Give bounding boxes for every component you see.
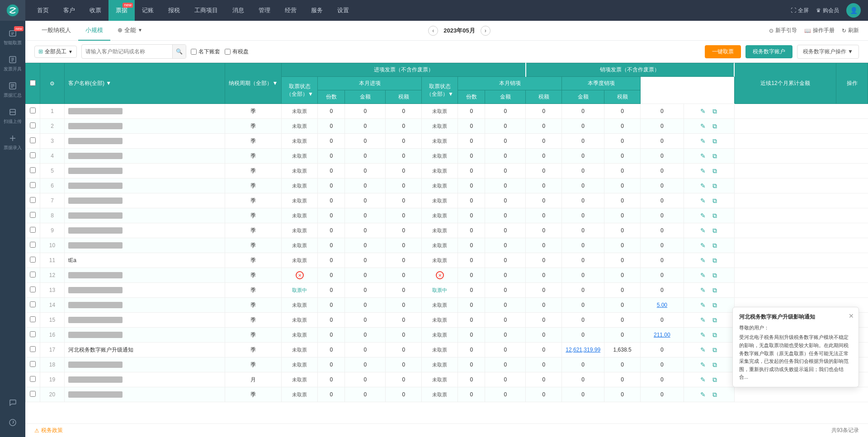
nav-message[interactable]: 消息 xyxy=(225,0,251,21)
copy-icon[interactable]: ⧉ xyxy=(710,211,719,220)
edit-icon[interactable]: ✎ xyxy=(698,286,708,295)
table-cell[interactable] xyxy=(26,134,40,149)
table-cell[interactable] xyxy=(26,179,40,193)
policy-link[interactable]: ⚠ 税务政策 xyxy=(34,427,63,434)
edit-icon[interactable]: ✎ xyxy=(698,390,708,399)
copy-icon[interactable]: ⧉ xyxy=(710,315,719,324)
avatar[interactable]: 👤 xyxy=(846,3,861,18)
copy-icon[interactable]: ⧉ xyxy=(710,301,719,310)
table-cell[interactable] xyxy=(26,208,40,223)
tax-digital-button[interactable]: 税务数字账户 xyxy=(745,45,793,58)
search-input[interactable] xyxy=(82,47,172,56)
copy-icon[interactable]: ⧉ xyxy=(710,360,719,369)
table-cell[interactable] xyxy=(26,313,40,328)
edit-icon[interactable]: ✎ xyxy=(698,301,708,310)
edit-icon[interactable]: ✎ xyxy=(698,330,708,339)
row-checkbox[interactable] xyxy=(30,301,36,307)
table-cell[interactable] xyxy=(26,193,40,208)
row-checkbox[interactable] xyxy=(30,212,36,218)
prev-month-button[interactable]: ‹ xyxy=(428,26,438,36)
edit-icon[interactable]: ✎ xyxy=(698,122,708,131)
nav-receive[interactable]: 收票 xyxy=(82,0,108,21)
refresh-button[interactable]: ↻ 刷新 xyxy=(842,27,859,34)
nav-settings[interactable]: 设置 xyxy=(330,0,356,21)
copy-icon[interactable]: ⧉ xyxy=(710,122,719,131)
nav-operation[interactable]: 经营 xyxy=(278,0,304,21)
edit-icon[interactable]: ✎ xyxy=(698,226,708,235)
sidebar-item-chat[interactable] xyxy=(0,394,25,412)
table-cell[interactable] xyxy=(26,283,40,298)
row-checkbox[interactable] xyxy=(30,346,36,352)
copy-icon[interactable]: ⧉ xyxy=(710,136,719,146)
tax-digital-op-button[interactable]: 税务数字账户操作 ▼ xyxy=(797,45,859,59)
nav-admin[interactable]: 管理 xyxy=(251,0,278,21)
row-checkbox[interactable] xyxy=(30,152,36,158)
nav-accounting[interactable]: 记账 xyxy=(135,0,161,21)
select-all-checkbox[interactable] xyxy=(30,80,36,86)
row-checkbox[interactable] xyxy=(30,242,36,248)
edit-icon[interactable]: ✎ xyxy=(698,241,708,250)
edit-icon[interactable]: ✎ xyxy=(698,107,708,116)
guide-button[interactable]: ⊙ 新手引导 xyxy=(769,27,797,34)
table-cell[interactable] xyxy=(26,119,40,134)
copy-icon[interactable]: ⧉ xyxy=(710,345,719,354)
edit-icon[interactable]: ✎ xyxy=(698,211,708,220)
copy-icon[interactable]: ⧉ xyxy=(710,226,719,235)
tab-all[interactable]: ⊕ 全能 ▼ xyxy=(110,21,150,41)
copy-icon[interactable]: ⧉ xyxy=(710,151,719,160)
copy-icon[interactable]: ⧉ xyxy=(710,241,719,250)
row-checkbox[interactable] xyxy=(30,167,36,173)
table-cell[interactable] xyxy=(26,164,40,179)
one-click-ticket-button[interactable]: 一键取票 xyxy=(705,45,741,58)
table-cell[interactable] xyxy=(26,238,40,253)
employee-filter[interactable]: ⊞ 全部员工 ▼ xyxy=(34,46,77,58)
nav-client[interactable]: 客户 xyxy=(56,0,82,21)
edit-icon[interactable]: ✎ xyxy=(698,345,708,354)
popup-close-button[interactable]: ✕ xyxy=(849,311,854,321)
manual-button[interactable]: 📖 操作手册 xyxy=(804,27,835,34)
table-cell[interactable] xyxy=(26,253,40,268)
sidebar-item-scan[interactable]: 扫描上传 xyxy=(0,103,25,129)
app-logo[interactable] xyxy=(0,0,25,21)
nav-invoice[interactable]: 票据 new xyxy=(108,0,135,21)
tab-general-taxpayer[interactable]: 一般纳税人 xyxy=(34,21,78,41)
membership-button[interactable]: ♛ 购会员 xyxy=(816,7,839,14)
copy-icon[interactable]: ⧉ xyxy=(710,256,719,265)
row-checkbox[interactable] xyxy=(30,376,36,382)
row-checkbox[interactable] xyxy=(30,257,36,263)
row-checkbox[interactable] xyxy=(30,227,36,233)
table-cell[interactable] xyxy=(26,387,40,402)
copy-icon[interactable]: ⧉ xyxy=(710,107,719,116)
edit-icon[interactable]: ✎ xyxy=(698,181,708,190)
search-button[interactable]: 🔍 xyxy=(172,45,186,58)
sidebar-item-entry[interactable]: 票据录入 xyxy=(0,129,25,155)
edit-icon[interactable]: ✎ xyxy=(698,375,708,384)
edit-icon[interactable]: ✎ xyxy=(698,166,708,175)
row-checkbox[interactable] xyxy=(30,197,36,203)
row-checkbox[interactable] xyxy=(30,287,36,292)
nav-service[interactable]: 服务 xyxy=(304,0,330,21)
nav-tax[interactable]: 报税 xyxy=(161,0,187,21)
nav-business[interactable]: 工商项目 xyxy=(187,0,225,21)
table-cell[interactable] xyxy=(26,268,40,283)
tax-disk-checkbox[interactable] xyxy=(225,49,231,55)
copy-icon[interactable]: ⧉ xyxy=(710,181,719,190)
table-cell[interactable] xyxy=(26,372,40,387)
check-named-accounts[interactable]: 名下账套 xyxy=(191,48,220,56)
edit-icon[interactable]: ✎ xyxy=(698,271,708,280)
table-cell[interactable] xyxy=(26,104,40,119)
table-cell[interactable] xyxy=(26,298,40,313)
th-out-status[interactable]: 取票状态（全部）▼ xyxy=(422,77,458,104)
check-has-tax-disk[interactable]: 有税盘 xyxy=(225,48,249,56)
named-accounts-checkbox[interactable] xyxy=(191,49,197,55)
copy-icon[interactable]: ⧉ xyxy=(710,286,719,295)
fullscreen-button[interactable]: ⛶ 全屏 xyxy=(791,7,809,14)
copy-icon[interactable]: ⧉ xyxy=(710,166,719,175)
edit-icon[interactable]: ✎ xyxy=(698,136,708,146)
edit-icon[interactable]: ✎ xyxy=(698,360,708,369)
row-checkbox[interactable] xyxy=(30,272,36,277)
row-checkbox[interactable] xyxy=(30,182,36,188)
next-month-button[interactable]: › xyxy=(481,26,491,36)
row-checkbox[interactable] xyxy=(30,137,36,143)
sidebar-item-summary[interactable]: 票据汇总 xyxy=(0,77,25,103)
